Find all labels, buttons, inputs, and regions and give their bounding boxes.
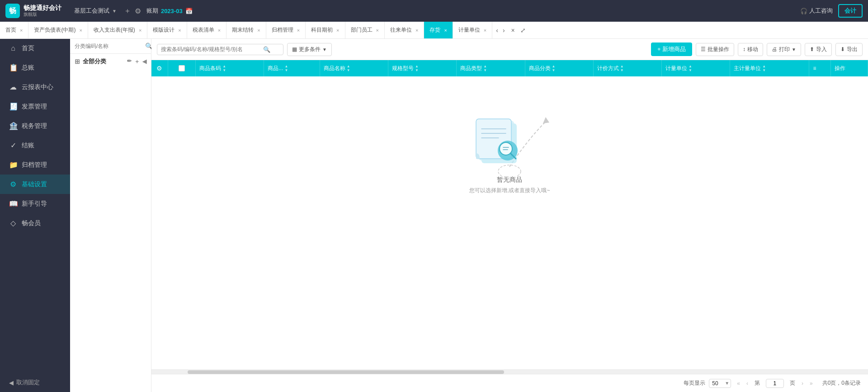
tab-tax-list[interactable]: 税表清单 ×: [187, 22, 226, 39]
th-checkbox[interactable]: [168, 60, 196, 76]
tab-income-year[interactable]: 收入支出表(年报) ×: [88, 22, 147, 39]
tab-inventory[interactable]: 存货 ×: [424, 22, 453, 39]
goods-search-input[interactable]: [161, 46, 260, 52]
chevron-down-icon: ▼: [322, 47, 327, 52]
settings-icon[interactable]: ⚙: [135, 7, 141, 15]
th-extra[interactable]: ≡: [809, 60, 831, 76]
close-icon[interactable]: ×: [79, 28, 82, 33]
next-page-icon[interactable]: ›: [799, 379, 806, 388]
sidebar-item-member[interactable]: ◇ 畅会员: [0, 213, 70, 233]
batch-operation-button[interactable]: ☰ 批量操作: [696, 43, 734, 56]
app-sub: 旗舰版: [24, 11, 61, 18]
collapse-panel-icon[interactable]: ◀: [142, 58, 146, 65]
prev-page-icon[interactable]: ‹: [744, 379, 750, 388]
per-page-select[interactable]: 20 50 100 200: [709, 379, 731, 388]
th-unit[interactable]: 计量单位 ▲▼: [662, 60, 730, 76]
period-value: 2023-03: [161, 8, 183, 14]
import-button[interactable]: ⬆ 导入: [805, 43, 832, 56]
company-selector[interactable]: 基层工会测试 ▼: [74, 7, 117, 15]
import-icon: ⬆: [810, 46, 814, 52]
tab-unit[interactable]: 计量单位 ×: [453, 22, 492, 39]
service-button[interactable]: 🎧 人工咨询: [800, 7, 833, 15]
tab-home[interactable]: 首页 ×: [0, 22, 28, 39]
th-type[interactable]: 商品类型 ▲▼: [457, 60, 525, 76]
top-actions: ＋ ⚙: [124, 6, 141, 16]
tab-subject-init[interactable]: 科目期初 ×: [306, 22, 345, 39]
search-bar: 🔍: [157, 44, 283, 55]
page-number-input[interactable]: [766, 379, 784, 388]
close-icon[interactable]: ×: [376, 28, 379, 33]
page-navigation: « ‹ 第: [735, 378, 762, 388]
search-icon[interactable]: 🔍: [263, 46, 270, 53]
export-icon: ⬇: [840, 46, 845, 52]
sidebar-item-settings[interactable]: ⚙ 基础设置: [0, 175, 70, 194]
close-icon[interactable]: ×: [415, 28, 418, 33]
sidebar-item-invoice[interactable]: 🧾 发票管理: [0, 97, 70, 116]
member-icon: ◇: [9, 219, 17, 227]
close-all-tabs-icon[interactable]: ×: [509, 27, 518, 34]
scroll-thumb[interactable]: [188, 370, 504, 374]
close-icon[interactable]: ×: [444, 28, 447, 33]
close-icon[interactable]: ×: [297, 28, 300, 33]
th-settings[interactable]: ⚙: [151, 60, 168, 76]
last-page-icon[interactable]: »: [807, 379, 815, 388]
sidebar-item-ledger[interactable]: 📋 总账: [0, 58, 70, 77]
close-icon[interactable]: ×: [336, 28, 339, 33]
invoice-icon: 🧾: [9, 102, 17, 111]
close-icon[interactable]: ×: [20, 28, 23, 33]
th-category[interactable]: 商品分类 ▲▼: [525, 60, 593, 76]
calendar-icon[interactable]: 📅: [185, 8, 193, 14]
sidebar-item-home[interactable]: ⌂ 首页: [0, 39, 70, 58]
th-spec[interactable]: 规格型号 ▲▼: [388, 60, 457, 76]
tab-prev-icon[interactable]: ‹: [494, 26, 500, 35]
th-main-unit[interactable]: 主计量单位 ▲▼: [730, 60, 809, 76]
close-icon[interactable]: ×: [257, 28, 260, 33]
more-filter-button[interactable]: ▦ 更多条件 ▼: [287, 43, 332, 56]
sidebar-item-tax[interactable]: 🏦 税务管理: [0, 116, 70, 136]
right-panel: 🔍 ▦ 更多条件 ▼ + 新增商品 ☰ 批量操作: [151, 39, 868, 392]
add-goods-button[interactable]: + 新增商品: [651, 43, 692, 56]
page-label: 第: [752, 378, 762, 388]
settings-icon: ⚙: [156, 65, 162, 72]
sidebar-item-archive[interactable]: 📁 归档管理: [0, 155, 70, 175]
add-category-icon[interactable]: ＋: [134, 58, 140, 66]
account-button[interactable]: 会计: [838, 4, 863, 18]
close-icon[interactable]: ×: [484, 28, 486, 33]
tab-contacts[interactable]: 往来单位 ×: [385, 22, 424, 39]
print-button[interactable]: 🖨 打印 ▼: [767, 43, 801, 56]
tab-archive[interactable]: 归档管理 ×: [266, 22, 306, 39]
add-tab-icon[interactable]: ＋: [124, 6, 131, 16]
th-code[interactable]: 商品... ▲▼: [264, 60, 320, 76]
tab-template[interactable]: 模版设计 ×: [147, 22, 187, 39]
tab-dept-staff[interactable]: 部门员工 ×: [345, 22, 385, 39]
unpin-sidebar-button[interactable]: ◀ 取消固定: [0, 373, 70, 392]
expand-icon[interactable]: ⤢: [518, 27, 528, 34]
sidebar-item-reports[interactable]: ☁ 云报表中心: [0, 77, 70, 97]
tab-next-icon[interactable]: ›: [501, 26, 507, 35]
th-name[interactable]: 商品名称 ▲▼: [320, 60, 388, 76]
close-icon[interactable]: ×: [218, 28, 221, 33]
page-unit: 页: [788, 378, 797, 388]
sidebar: ⌂ 首页 📋 总账 ☁ 云报表中心 🧾 发票管理 🏦 税务管理 ✓ 结账 📁 归…: [0, 39, 70, 392]
sidebar-item-guide[interactable]: 📖 新手引导: [0, 194, 70, 213]
horizontal-scrollbar[interactable]: [151, 369, 868, 374]
th-price-method[interactable]: 计价方式 ▲▼: [593, 60, 661, 76]
sidebar-item-closing[interactable]: ✓ 结账: [0, 136, 70, 155]
close-icon[interactable]: ×: [139, 28, 142, 33]
all-category-label[interactable]: 全部分类: [83, 57, 106, 66]
th-barcode[interactable]: 商品条码 ▲▼: [196, 60, 264, 76]
tabs-bar: 首页 × 资产负债表(中期) × 收入支出表(年报) × 模版设计 × 税表清单…: [0, 22, 868, 39]
edit-icon[interactable]: ✏: [127, 58, 132, 66]
per-page-selector: 20 50 100 200 ▼: [709, 379, 731, 388]
tab-balance-mid[interactable]: 资产负债表(中期) ×: [28, 22, 88, 39]
tab-period-closing[interactable]: 期末结转 ×: [226, 22, 266, 39]
category-search-input[interactable]: [75, 43, 142, 49]
sidebar-item-label: 归档管理: [22, 161, 47, 169]
ledger-icon: 📋: [9, 63, 17, 72]
first-page-icon[interactable]: «: [735, 379, 742, 388]
export-button[interactable]: ⬇ 导出: [835, 43, 863, 56]
close-icon[interactable]: ×: [178, 28, 181, 33]
page-total: 共0页，0条记录: [822, 379, 861, 387]
move-button[interactable]: ↕ 移动: [738, 43, 763, 56]
tab-nav-controls: ‹ ›: [492, 26, 508, 35]
